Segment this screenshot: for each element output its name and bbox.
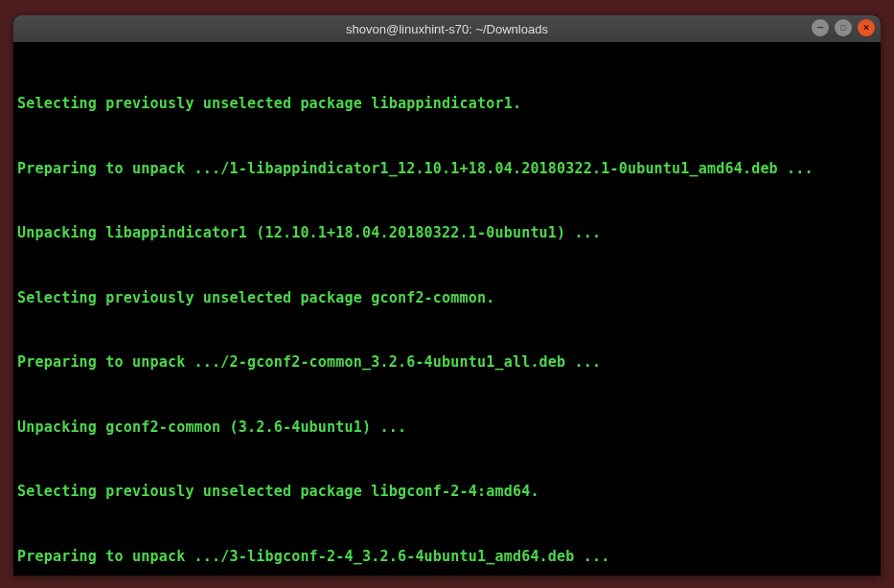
close-button[interactable]: [858, 19, 875, 36]
terminal-line: Preparing to unpack .../2-gconf2-common_…: [17, 351, 875, 373]
terminal-line: Preparing to unpack .../3-libgconf-2-4_3…: [17, 546, 875, 568]
terminal-output[interactable]: Selecting previously unselected package …: [13, 42, 881, 576]
titlebar[interactable]: shovon@linuxhint-s70: ~/Downloads: [13, 15, 881, 42]
terminal-line: Preparing to unpack .../1-libappindicato…: [17, 158, 875, 180]
terminal-line: Selecting previously unselected package …: [17, 287, 875, 309]
terminal-line: Unpacking libappindicator1 (12.10.1+18.0…: [17, 222, 875, 244]
terminal-line: Unpacking gconf2-common (3.2.6-4ubuntu1)…: [17, 417, 875, 439]
window-title: shovon@linuxhint-s70: ~/Downloads: [346, 22, 548, 36]
terminal-line: Selecting previously unselected package …: [17, 481, 875, 503]
maximize-button[interactable]: [835, 19, 852, 36]
window-controls: [812, 19, 875, 36]
terminal-line: Selecting previously unselected package …: [17, 93, 875, 115]
minimize-button[interactable]: [812, 19, 829, 36]
terminal-window: shovon@linuxhint-s70: ~/Downloads Select…: [13, 15, 881, 576]
